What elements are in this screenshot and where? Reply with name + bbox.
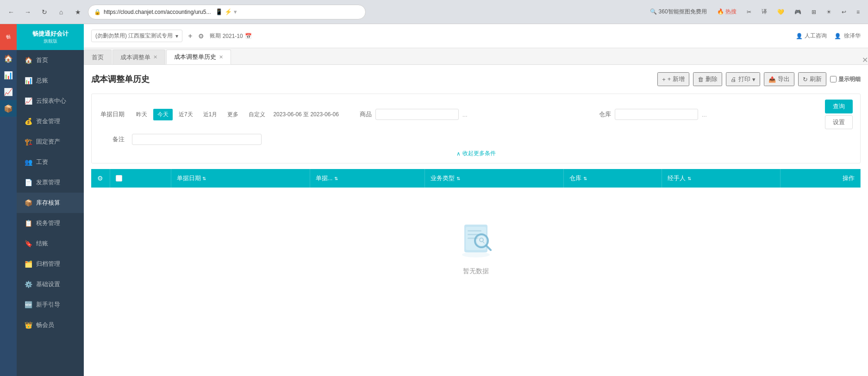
add-button[interactable]: + + 新增 (657, 72, 689, 86)
user-info[interactable]: 👤 徐泽华 (834, 32, 861, 40)
company-name: (勿删勿禁用) 江西服宝测试专用 (95, 32, 173, 40)
table-th-handler[interactable]: 经手人 ⇅ (662, 169, 781, 188)
nav-payroll[interactable]: 👥 工资 (17, 152, 84, 172)
nav-assets[interactable]: 🏗️ 固定资产 (17, 132, 84, 152)
filter-settings-button[interactable]: 设置 (825, 115, 853, 129)
tab-cost-adjust-close[interactable]: ✕ (153, 54, 157, 60)
nav-invoice[interactable]: 📄 发票管理 (17, 172, 84, 193)
scissors-tool[interactable]: ✂ (743, 7, 755, 17)
tab-cost-adjust-history[interactable]: 成本调整单历史 ✕ (166, 50, 231, 64)
add-icon: + (662, 76, 666, 83)
export-icon: 📤 (768, 76, 776, 83)
date-range-display: 2023-06-06 至 2023-06-06 (273, 111, 338, 119)
remark-filter-input[interactable] (132, 134, 262, 145)
table-th-action: 操作 (781, 169, 861, 188)
service-button[interactable]: 👤 人工咨询 (796, 32, 827, 40)
nav-archive[interactable]: 🗂️ 归档管理 (17, 254, 84, 274)
table-th-warehouse[interactable]: 仓库 ⇅ (564, 169, 662, 188)
col-handler-label: 经手人 (668, 175, 686, 182)
col-warehouse-label: 仓库 (569, 175, 581, 182)
bookmark-button[interactable]: ★ (71, 6, 84, 19)
nav-ledger[interactable]: 📊 总账 (17, 70, 84, 91)
date-btn-7days[interactable]: 近7天 (175, 109, 197, 120)
warehouse-more-icon[interactable]: ... (702, 111, 707, 118)
close-all-btn[interactable]: ✕ (862, 56, 868, 64)
forward-button[interactable]: → (21, 6, 34, 19)
warehouse-filter-input[interactable] (615, 109, 698, 120)
table-header: ⚙ 单据日期 ⇅ 单据... ⇅ (91, 169, 861, 188)
refresh-icon: ↻ (803, 76, 808, 83)
home-button[interactable]: ⌂ (55, 6, 68, 19)
hot-label: 🔥 热搜 (713, 6, 740, 18)
date-btn-custom[interactable]: 自定义 (244, 109, 269, 120)
tab-cost-adjust-history-close[interactable]: ✕ (219, 54, 223, 60)
refresh-button[interactable]: ↻ (38, 6, 51, 19)
select-all-checkbox[interactable] (116, 175, 122, 182)
company-selector[interactable]: (勿删勿禁用) 江西服宝测试专用 ▾ (91, 30, 182, 42)
menu-tool[interactable]: ≡ (853, 7, 863, 17)
translate-tool[interactable]: 译 (758, 6, 771, 18)
add-company-btn[interactable]: + (188, 32, 192, 40)
display-toggle-checkbox[interactable] (830, 76, 837, 82)
print-button[interactable]: 🖨 打印 ▾ (726, 72, 760, 86)
nav-vip[interactable]: 👑 畅会员 (17, 315, 84, 335)
display-toggle[interactable]: 显示明细 (830, 75, 861, 83)
goods-more-icon[interactable]: ... (462, 111, 468, 118)
goods-filter-input[interactable] (375, 109, 459, 120)
top-bar: (勿删勿禁用) 江西服宝测试专用 ▾ + ⚙ 账期 2021-10 📅 👤 人工… (84, 24, 868, 48)
nav-guide[interactable]: 🆕 新手引导 (17, 295, 84, 315)
assets-icon: 🏗️ (24, 138, 32, 145)
date-btn-yesterday[interactable]: 昨天 (132, 109, 151, 120)
undo-tool[interactable]: ↩ (838, 7, 850, 17)
refresh-button[interactable]: ↻ 刷新 (798, 72, 826, 86)
table-body: 暂无数据 (91, 188, 861, 303)
calendar-icon[interactable]: 📅 (245, 33, 252, 39)
nav-tax[interactable]: 📋 税务管理 (17, 213, 84, 233)
nav-payroll-label: 工资 (36, 158, 48, 166)
nav-close[interactable]: 🔖 结账 (17, 233, 84, 254)
icon-sidebar-ledger[interactable]: 📊 (0, 67, 17, 83)
delete-button[interactable]: 🗑 删除 (693, 72, 722, 86)
company-settings-icon[interactable]: ⚙ (198, 32, 204, 40)
warehouse-filter-label: 仓库 (586, 110, 611, 119)
data-table: ⚙ 单据日期 ⇅ 单据... ⇅ (91, 169, 861, 303)
settings-icon: ⚙️ (24, 281, 32, 288)
nav-inventory[interactable]: 📦 库存核算 (17, 193, 84, 213)
icon-sidebar-active[interactable]: 📦 (0, 100, 17, 117)
wallet-tool[interactable]: 💛 (774, 7, 788, 17)
collapse-filter-button[interactable]: ∧ 收起更多条件 (99, 150, 853, 157)
sort-handler-icon: ⇅ (687, 176, 691, 181)
date-filter-label: 单据日期 (99, 110, 125, 119)
date-btn-more[interactable]: 更多 (223, 109, 243, 120)
date-btn-today[interactable]: 今天 (153, 109, 173, 120)
goods-filter-label: 商品 (346, 110, 372, 119)
delete-icon: 🗑 (698, 76, 704, 83)
back-button[interactable]: ← (5, 6, 18, 19)
game-tool[interactable]: 🎮 (791, 7, 805, 17)
top-bar-right: 👤 人工咨询 👤 徐泽华 (796, 32, 861, 40)
table-gear-icon[interactable]: ⚙ (97, 175, 103, 182)
query-button[interactable]: 查询 (825, 100, 853, 113)
date-btn-1month[interactable]: 近1月 (199, 109, 222, 120)
table-th-gear: ⚙ (91, 169, 110, 188)
nav-invoice-label: 发票管理 (36, 178, 60, 187)
table-th-type[interactable]: 业务类型 ⇅ (425, 169, 564, 188)
nav-home[interactable]: 🏠 首页 (17, 50, 84, 70)
grid-tool[interactable]: ⊞ (808, 7, 820, 17)
export-button[interactable]: 📤 导出 (764, 72, 794, 86)
tab-home[interactable]: 首页 (84, 50, 112, 64)
table-th-date[interactable]: 单据日期 ⇅ (171, 169, 310, 188)
nav-report[interactable]: 📈 云报表中心 (17, 91, 84, 111)
theme-tool[interactable]: ☀ (823, 7, 835, 17)
page-actions: + + 新增 🗑 删除 🖨 打印 ▾ 📤 导出 (657, 72, 861, 86)
icon-sidebar: 畅 🏠 📊 📈 📦 (0, 24, 17, 376)
table-th-doc[interactable]: 单据... ⇅ (310, 169, 425, 188)
icon-sidebar-report[interactable]: 📈 (0, 83, 17, 100)
nav-settings[interactable]: ⚙️ 基础设置 (17, 274, 84, 295)
address-bar[interactable]: 🔒 https://cloud.chanjet.com/accounting/u… (88, 5, 366, 19)
tab-cost-adjust[interactable]: 成本调整单 ✕ (112, 50, 165, 64)
table-th-checkbox (110, 169, 171, 188)
icon-sidebar-home[interactable]: 🏠 (0, 50, 17, 67)
search-tool[interactable]: 🔍 360智能抠图免费用 (646, 6, 710, 18)
nav-finance[interactable]: 💰 资金管理 (17, 111, 84, 132)
